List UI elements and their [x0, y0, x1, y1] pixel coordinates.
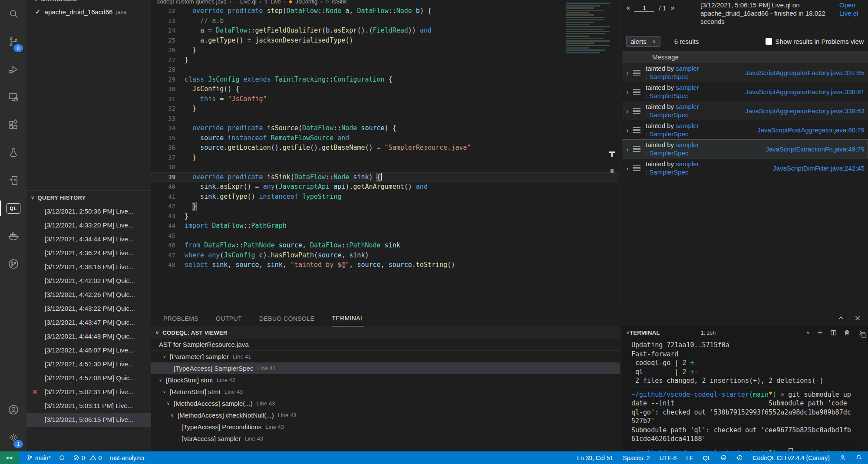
run-debug-icon[interactable] [0, 56, 26, 83]
query-history-item[interactable]: [3/12/2021, 4:42:02 PM] Quic... [26, 274, 151, 288]
query-history-item[interactable]: [3/12/2021, 5:06:15 PM] Live... [26, 413, 151, 427]
chevron-down-icon[interactable]: ∨ [163, 389, 170, 394]
git-graph-icon[interactable] [0, 250, 26, 278]
chevron-down-icon[interactable]: ∨ [163, 354, 170, 359]
cursor-position[interactable]: Ln 39, Col 51 [577, 454, 613, 461]
code-line[interactable]: 47where any(JsConfig c).hasFlowPath(sour… [151, 250, 617, 260]
info-icon[interactable] [736, 454, 743, 461]
test-beaker-icon[interactable] [0, 139, 26, 167]
code-line[interactable]: 37 } [151, 153, 617, 163]
expand-chevron-icon[interactable]: › [622, 165, 633, 172]
code-line[interactable]: 24 a = DataFlow::getFieldQualifier(b.asE… [151, 26, 617, 36]
code-line[interactable]: 23 // a.b [151, 16, 617, 26]
message-link[interactable]: : SamplerSpec [646, 130, 699, 138]
result-location-link[interactable]: JavaScriptExtractionFn.java:49:79 [766, 145, 868, 153]
terminal-panel[interactable]: ∨ TERMINAL 1: zsh ∨ Updating 721aa10..57… [622, 326, 868, 452]
message-link[interactable]: sampler [676, 122, 699, 129]
code-line[interactable]: 34 override predicate isSource(DataFlow:… [151, 123, 617, 133]
ast-node[interactable]: [TypeAccess] PreconditionsLine 43 [151, 421, 620, 433]
copy-icon[interactable] [860, 332, 867, 339]
code-line[interactable]: 35 source instanceof RemoteFlowSource an… [151, 133, 617, 143]
query-history-header[interactable]: ∨ QUERY HISTORY [26, 191, 151, 204]
language-server-status[interactable]: rust-analyzer [109, 454, 145, 461]
ast-node[interactable]: ∨[MethodAccess] checkNotNull(...)Line 43 [151, 409, 620, 421]
close-panel-icon[interactable] [854, 315, 861, 322]
remote-indicator[interactable]: >< [0, 451, 19, 464]
code-line[interactable]: 38 [151, 162, 617, 172]
result-row[interactable]: ›tainted by sampler: SamplerSpecJavaScri… [622, 63, 868, 82]
language-mode[interactable]: QL [703, 454, 711, 461]
query-history-item[interactable]: [3/12/2021, 5:03:11 PM] Live... [26, 399, 151, 413]
remote-explorer-icon[interactable] [0, 83, 26, 111]
code-line[interactable]: 44import DataFlow::PathGraph [151, 221, 617, 231]
result-row[interactable]: ›tainted by sampler: SamplerSpecJavaScri… [622, 139, 868, 158]
code-line[interactable]: 46from DataFlow::PathNode source, DataFl… [151, 240, 617, 250]
search-icon[interactable] [0, 0, 26, 28]
codeql-cli-status[interactable]: CodeQL CLI v2.4.4 (Canary) [752, 454, 830, 461]
result-location-link[interactable]: JavaScriptAggregatorFactory.java:337:65 [745, 69, 868, 76]
code-line[interactable]: 41 sink.getType() instanceof TypeString [151, 192, 617, 202]
docker-icon[interactable] [0, 222, 26, 250]
panel-tab-output[interactable]: OUTPUT [216, 310, 242, 326]
query-history-item[interactable]: [3/12/2021, 4:33:20 PM] Live... [26, 218, 151, 232]
breadcrumb-item[interactable]: Live [271, 0, 281, 5]
page-number-input[interactable]: 1 [634, 4, 654, 12]
ast-node[interactable]: [TypeAccess] SamplerSpecLine 41 [151, 362, 620, 374]
chevron-down-icon[interactable]: ∨ [171, 413, 178, 418]
result-location-link[interactable]: JavaScriptAggregatorFactory.java:339:63 [745, 107, 868, 115]
code-line[interactable]: 33 [151, 114, 617, 124]
branch-indicator[interactable]: main* [26, 454, 51, 461]
expand-chevron-icon[interactable]: › [622, 145, 633, 153]
extensions-icon[interactable] [0, 111, 26, 139]
ast-node[interactable]: ∨[Parameter] samplerLine 41 [151, 351, 620, 362]
panel-tab-problems[interactable]: PROBLEMS [163, 310, 198, 326]
indentation-setting[interactable]: Spaces: 2 [623, 454, 650, 461]
panel-tab-debug-console[interactable]: DEBUG CONSOLE [259, 310, 314, 326]
code-line[interactable]: 39 override predicate isSink(DataFlow::N… [151, 172, 617, 182]
code-line[interactable]: 42 } [151, 201, 617, 211]
expand-chevron-icon[interactable]: › [622, 126, 633, 134]
code-line[interactable]: 22 override predicate step(DataFlow::Nod… [151, 6, 617, 16]
open-query-link[interactable]: Open Live.ql [839, 1, 865, 17]
ast-viewer-header[interactable]: ∨ CODEQL: AST VIEWER [151, 326, 620, 339]
databases-section-header[interactable]: ∨ DATABASES [26, 0, 151, 5]
chevron-down-icon[interactable]: ∨ [167, 401, 174, 406]
query-history-item[interactable]: [3/12/2021, 4:57:08 PM] Quic... [26, 371, 151, 385]
query-history-item[interactable]: [3/12/2021, 4:36:24 PM] Live... [26, 246, 151, 260]
results-filter-select[interactable]: alerts ∨ [626, 36, 660, 47]
sync-icon[interactable] [59, 454, 65, 461]
message-link[interactable]: sampler [676, 141, 699, 148]
ast-node[interactable]: ∨[BlockStmt] stmtLine 42 [151, 374, 620, 386]
query-history-item[interactable]: [3/12/2021, 4:46:07 PM] Live... [26, 343, 151, 357]
expand-chevron-icon[interactable]: › [622, 107, 633, 115]
scrollbar-thumb[interactable] [611, 169, 614, 173]
expand-chevron-icon[interactable]: › [622, 88, 633, 95]
ast-node[interactable]: ∨[ReturnStmt] stmtLine 43 [151, 386, 620, 398]
message-link[interactable]: : SamplerSpec [646, 92, 699, 100]
eol-setting[interactable]: LF [686, 454, 693, 461]
page-prev-button[interactable]: « [626, 3, 630, 12]
new-terminal-icon[interactable] [817, 329, 823, 336]
query-history-item[interactable]: [3/12/2021, 4:51:30 PM] Live... [26, 357, 151, 371]
query-history-item[interactable]: [3/12/2021, 2:50:36 PM] Live... [26, 204, 151, 218]
query-history-item[interactable]: [3/12/2021, 4:43:22 PM] Quic... [26, 302, 151, 316]
message-link[interactable]: : SamplerSpec [646, 111, 699, 119]
code-line[interactable]: 32 } [151, 104, 617, 114]
page-next-button[interactable]: » [670, 3, 674, 12]
code-line[interactable]: 25 a.getType() = jacksonDeserialisedType… [151, 36, 617, 46]
encoding-setting[interactable]: UTF-8 [660, 454, 677, 461]
breadcrumb-item[interactable]: codeql-custom-queries-java [157, 0, 227, 5]
message-link[interactable]: sampler [676, 160, 699, 168]
breadcrumb[interactable]: codeql-custom-queries-java›≡Live.ql›{}Li… [151, 0, 617, 6]
notifications-bell-icon[interactable] [855, 454, 862, 461]
kill-terminal-icon[interactable] [844, 329, 850, 336]
code-line[interactable]: 45 [151, 231, 617, 241]
database-item[interactable]: ✓ apache_druid_16acd66 java [26, 5, 151, 18]
result-location-link[interactable]: JavaScriptPostAggregator.java:60:79 [757, 126, 868, 134]
breadcrumb-item[interactable]: Live.ql [240, 0, 257, 5]
message-link[interactable]: : SamplerSpec [646, 149, 699, 157]
code-line[interactable]: 40 sink.asExpr() = any(JavascriptApi api… [151, 182, 617, 192]
feedback-icon[interactable] [720, 454, 727, 461]
code-line[interactable]: 31 this = "JsConfig" [151, 94, 617, 104]
query-history-icon[interactable] [0, 167, 26, 194]
